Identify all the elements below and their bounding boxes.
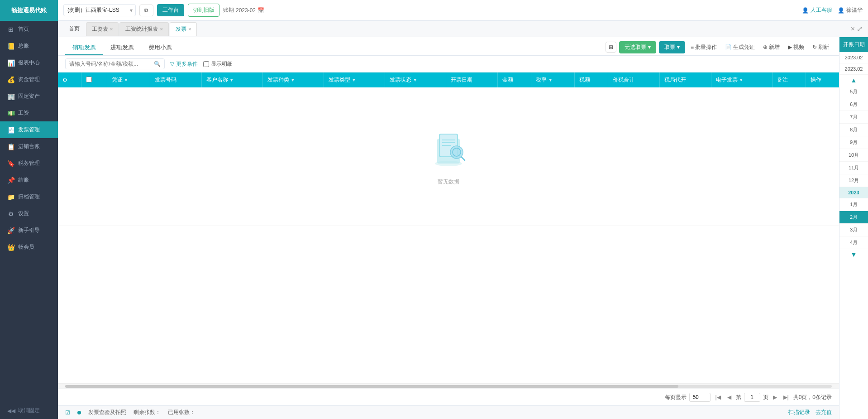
fetch-button[interactable]: 取票 ▾	[659, 41, 685, 53]
page-size-select[interactable]: 50 10 20 100	[689, 393, 711, 402]
sidebar-item-funds[interactable]: 💰 资金管理	[0, 71, 58, 88]
last-page-button[interactable]: ▶|	[782, 393, 791, 401]
th-settings[interactable]: ⚙	[58, 72, 81, 87]
th-invoice-no: 发票号码	[150, 72, 202, 87]
th-electronic[interactable]: 电子发票 ▼	[711, 72, 772, 87]
date-item-11[interactable]: 11月	[839, 162, 868, 174]
sidebar-item-guide[interactable]: 🚀 新手引导	[0, 222, 58, 239]
refresh-icon: ↻	[812, 44, 817, 50]
sidebar-item-reports[interactable]: 📊 报表中心	[0, 54, 58, 71]
sidebar-item-invoice[interactable]: 🧾 发票管理	[0, 121, 58, 138]
th-tax-rate[interactable]: 税率 ▼	[531, 72, 575, 87]
sidebar-item-salary[interactable]: 💵 工资	[0, 105, 58, 121]
th-voucher[interactable]: 凭证 ▼	[107, 72, 150, 87]
date-item-9[interactable]: 9月	[839, 136, 868, 149]
filter-icon[interactable]: ▼	[548, 77, 553, 82]
video-button[interactable]: ▶ 视频	[785, 41, 807, 53]
filter-icon[interactable]: ▼	[124, 77, 129, 82]
support-link[interactable]: 👤 人工客服	[802, 6, 832, 14]
th-status[interactable]: 发票状态 ▼	[385, 72, 446, 87]
filter-icon[interactable]: ▼	[413, 77, 417, 82]
next-page-button[interactable]: ▶	[771, 393, 779, 401]
show-detail-checkbox[interactable]	[203, 61, 209, 67]
th-checkbox[interactable]	[81, 72, 107, 87]
sidebar-item-assets[interactable]: 🏢 固定资产	[0, 88, 58, 105]
select-all-checkbox[interactable]	[86, 77, 92, 82]
sub-tab-purchase-invoice[interactable]: 进项发票	[103, 41, 141, 55]
page-content: 销项发票 进项发票 费用小票 ⊞ 无选取票 ▾	[58, 37, 839, 419]
scan-records-link[interactable]: 扫描记录	[788, 409, 810, 416]
horizontal-scrollbar[interactable]	[58, 383, 839, 389]
sidebar-item-ledger[interactable]: 📒 总账	[0, 38, 58, 54]
recharge-link[interactable]: 去充值	[816, 409, 832, 416]
filter-icon[interactable]: ▼	[229, 77, 234, 82]
refresh-button[interactable]: ↻ 刷新	[810, 41, 832, 53]
more-conditions-button[interactable]: ▽ 更多条件	[170, 60, 198, 68]
scroll-up-icon[interactable]: ▲	[839, 75, 868, 86]
date-item-2023-02-a[interactable]: 2023.02	[839, 52, 868, 63]
first-page-button[interactable]: |◀	[713, 393, 722, 401]
sub-tabs: 销项发票 进项发票 费用小票 ⊞ 无选取票 ▾	[58, 37, 839, 56]
tab-close-icon[interactable]: ×	[188, 26, 191, 32]
date-item-12[interactable]: 12月	[839, 174, 868, 187]
sidebar-item-sales[interactable]: 📋 进销台账	[0, 138, 58, 155]
tab-salary-report[interactable]: 工资统计报表 ×	[119, 22, 168, 36]
scroll-down-icon[interactable]: ▼	[839, 249, 868, 260]
date-item-10[interactable]: 10月	[839, 149, 868, 162]
date-item-2023-02-b[interactable]: 2023.02	[839, 63, 868, 75]
page-input[interactable]	[744, 393, 760, 402]
add-new-button[interactable]: ⊕ 新增	[760, 41, 782, 53]
date-item-5[interactable]: 5月	[839, 86, 868, 98]
switch-version-button[interactable]: 切到旧版	[188, 4, 219, 17]
search-icon[interactable]: 🔍	[154, 61, 161, 67]
filter-icon[interactable]: ▼	[291, 77, 295, 82]
date-item-2[interactable]: 2月	[839, 211, 868, 224]
show-detail-toggle[interactable]: 显示明细	[203, 60, 233, 68]
open-period-button[interactable]: 开账日期	[839, 37, 868, 52]
th-customer[interactable]: 客户名称 ▼	[201, 72, 262, 87]
tab-home[interactable]: 首页	[63, 22, 85, 35]
tab-salary[interactable]: 工资表 ×	[86, 22, 119, 36]
batch-icon: ≡	[691, 44, 694, 50]
add-icon: ⊕	[763, 44, 768, 50]
tab-invoice[interactable]: 发票 ×	[170, 22, 197, 36]
filter-icon[interactable]: ▼	[739, 77, 744, 82]
date-item-3[interactable]: 3月	[839, 224, 868, 236]
sidebar-item-archive[interactable]: 📁 归档管理	[0, 188, 58, 205]
grid-view-button[interactable]: ⊞	[606, 42, 616, 53]
date-item-8[interactable]: 8月	[839, 124, 868, 136]
copy-btn[interactable]: ⧉	[139, 5, 153, 16]
panel-close-button[interactable]: ×	[851, 24, 855, 33]
date-item-7[interactable]: 7月	[839, 111, 868, 124]
sidebar-item-settings[interactable]: ⚙ 设置	[0, 205, 58, 222]
date-item-4[interactable]: 4月	[839, 236, 868, 249]
sidebar-item-tax[interactable]: 🔖 税务管理	[0, 155, 58, 172]
sub-tab-sales-invoice[interactable]: 销项发票	[65, 41, 103, 55]
th-invoice-type[interactable]: 发票种类 ▼	[262, 72, 324, 87]
gen-voucher-button[interactable]: 📄 生成凭证	[722, 41, 758, 53]
company-selector[interactable]: (勿删）江西股宝-LSS ▾	[63, 4, 136, 16]
date-item-1[interactable]: 1月	[839, 198, 868, 211]
member-icon: 👑	[7, 244, 14, 251]
th-type[interactable]: 发票类型 ▼	[324, 72, 385, 87]
no-selection-button[interactable]: 无选取票 ▾	[619, 41, 656, 53]
sub-tab-expense-receipt[interactable]: 费用小票	[141, 41, 179, 55]
search-input[interactable]	[69, 61, 151, 67]
sidebar-unpin[interactable]: ◀◀ 取消固定	[0, 402, 58, 419]
sidebar-item-member[interactable]: 👑 畅会员	[0, 239, 58, 255]
sales-icon: 📋	[7, 143, 14, 150]
user-profile[interactable]: 👤 徐溢华	[838, 6, 863, 14]
tab-label: 首页	[69, 25, 80, 33]
date-item-6[interactable]: 6月	[839, 98, 868, 111]
filter-bar: 🔍 ▽ 更多条件 显示明细	[58, 56, 839, 72]
prev-page-button[interactable]: ◀	[725, 393, 733, 401]
sidebar-item-closing[interactable]: 📌 结账	[0, 172, 58, 188]
sidebar-item-home[interactable]: ⊞ 首页	[0, 21, 58, 38]
tab-close-icon[interactable]: ×	[160, 26, 162, 32]
panel-expand-button[interactable]: ⤢	[857, 24, 863, 33]
tab-close-icon[interactable]: ×	[110, 26, 113, 32]
content-area: 销项发票 进项发票 费用小票 ⊞ 无选取票 ▾	[58, 37, 868, 419]
filter-icon[interactable]: ▼	[352, 77, 356, 82]
workbench-button[interactable]: 工作台	[157, 4, 184, 16]
batch-ops-button[interactable]: ≡ 批量操作	[688, 41, 720, 53]
